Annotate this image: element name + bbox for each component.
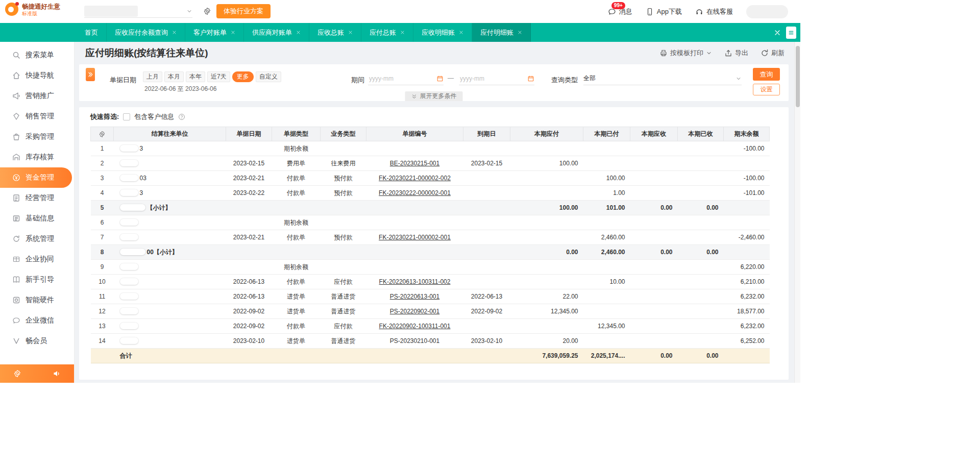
include-customer-label[interactable]: 包含客户信息 [134,112,174,121]
column-header-period-receivable[interactable]: 本期应收 [630,127,678,141]
app-download-button[interactable]: App下载 [646,7,682,16]
page-header: 应付明细账(按结算往来单位) 按模板打印 导出 刷新 [79,42,789,64]
member-icon [12,337,20,345]
sidebar-item-marketing[interactable]: 营销推广 [0,86,74,106]
range-button-3[interactable]: 近7天 [207,71,230,82]
sidebar-item-beginner-guide[interactable]: 新手引导 [0,269,74,290]
sidebar-item-smart-hardware[interactable]: 智能硬件 [0,290,74,310]
calendar-icon[interactable] [527,75,534,82]
column-header-biz-type[interactable]: 业务类型 [321,127,366,141]
column-header-doc-no[interactable]: 单据编号 [366,127,463,141]
row-number: 6 [91,215,114,230]
doc-type [272,245,321,260]
sidebar-item-member[interactable]: 畅会员 [0,331,74,351]
doc-no[interactable]: PS-20220613-001 [366,289,463,304]
tab-close-icon[interactable] [400,30,405,35]
tab-home[interactable]: 首页 [77,23,107,42]
vertical-scrollbar[interactable] [794,42,800,383]
column-settings-header[interactable] [91,127,114,141]
collapse-filters-button[interactable] [86,68,95,81]
tab-close-icon[interactable] [231,30,235,35]
sidebar-item-quick-nav[interactable]: 快捷导航 [0,65,74,86]
column-header-settlement-partner[interactable]: 结算往来单位 [114,127,226,141]
sidebar-item-base-info[interactable]: 基础信息 [0,208,74,229]
org-selector[interactable] [84,5,192,18]
due-date [463,230,510,245]
period-to-input[interactable] [459,75,525,83]
sidebar-item-operations[interactable]: 经营管理 [0,188,74,208]
doc-no[interactable]: PS-20220902-001 [366,304,463,319]
doc-type: 付款单 [272,230,321,245]
help-icon[interactable] [178,113,185,120]
gear-icon[interactable] [203,7,211,15]
tabbar-close-icon[interactable] [774,29,781,36]
period-from-field[interactable] [368,72,444,85]
range-button-2[interactable]: 本年 [186,71,205,82]
column-header-doc-date[interactable]: 单据日期 [226,127,272,141]
tab-ap-detail[interactable]: 应付明细账 [472,23,531,42]
tab-ap-general[interactable]: 应付总账 [361,23,413,42]
table-row: 432023-02-22付款单预付款FK-20230222-000002-001… [91,186,770,201]
column-header-doc-type[interactable]: 单据类型 [272,127,321,141]
range-more-button[interactable]: 更多 [232,71,254,82]
tab-ar-detail[interactable]: 应收明细账 [413,23,472,42]
tab-close-icon[interactable] [459,30,463,35]
period-to-field[interactable] [459,72,534,85]
range-button-1[interactable]: 本月 [164,71,184,82]
logo[interactable]: 畅捷通好生意 标准版 [5,3,60,17]
scrollbar-thumb[interactable] [796,46,800,107]
calendar-icon[interactable] [436,75,444,82]
include-customer-checkbox[interactable] [123,113,130,120]
column-header-ending-balance[interactable]: 期末余额 [724,127,770,141]
doc-no[interactable]: FK-20220613-100311-002 [366,275,463,289]
expand-more-button[interactable]: 展开更多条件 [405,91,463,101]
doc-no[interactable]: FK-20230222-000002-001 [366,186,463,201]
doc-no[interactable]: BE-20230215-001 [366,156,463,171]
refresh-button[interactable]: 刷新 [761,48,785,58]
sidebar-item-label: 智能硬件 [26,295,54,305]
tab-supplier-statement[interactable]: 供应商对账单 [244,23,309,42]
period-paid [583,156,630,171]
search-button[interactable]: 查询 [753,68,780,81]
doc-no[interactable]: FK-20230221-000002-002 [366,171,463,186]
sidebar-item-purchase[interactable]: 采购管理 [0,127,74,147]
ending-balance [724,156,770,171]
range-custom-button[interactable]: 自定义 [256,71,281,82]
tab-close-icon[interactable] [518,30,522,35]
doc-date: 2023-02-22 [226,186,272,201]
sidebar-item-wechat[interactable]: 企业微信 [0,310,74,331]
export-button[interactable]: 导出 [724,48,748,58]
column-header-due-date[interactable]: 到期日 [463,127,510,141]
table-row: 3032023-02-21付款单预付款FK-20230221-000002-00… [91,171,770,186]
period-paid [583,260,630,275]
sidebar-item-search-menu[interactable]: 搜索菜单 [0,45,74,65]
doc-no[interactable]: FK-20230221-000002-001 [366,230,463,245]
volume-icon[interactable] [53,370,61,378]
tab-ar-general[interactable]: 应收总账 [309,23,361,42]
trial-plan-button[interactable]: 体验行业方案 [216,4,271,18]
tab-list-button[interactable] [786,27,796,39]
doc-no[interactable]: FK-20220902-100311-001 [366,319,463,334]
sidebar-item-sales[interactable]: 销售管理 [0,106,74,127]
tab-customer-statement[interactable]: 客户对账单 [185,23,244,42]
print-by-template-button[interactable]: 按模板打印 [659,48,712,58]
range-button-0[interactable]: 上月 [143,71,162,82]
column-header-period-payable[interactable]: 本期应付 [510,127,583,141]
tab-close-icon[interactable] [348,30,353,35]
sidebar-item-collaboration[interactable]: 企业协同 [0,249,74,269]
messages-button[interactable]: 99+ 消息 [608,7,632,16]
column-header-period-received[interactable]: 本期已收 [678,127,724,141]
online-service-button[interactable]: 在线客服 [695,7,733,16]
sidebar-item-label: 系统管理 [26,234,54,243]
tab-close-icon[interactable] [296,30,301,35]
query-type-select[interactable]: 全部 [583,72,742,85]
sidebar-item-system[interactable]: 系统管理 [0,229,74,249]
tab-close-icon[interactable] [172,30,177,35]
tab-ar-ap-balance[interactable]: 应收应付余额查询 [107,23,185,42]
settings-gear-icon[interactable] [13,370,21,378]
period-from-input[interactable] [368,75,434,83]
settings-button[interactable]: 设置 [753,84,780,95]
sidebar-item-funds[interactable]: 资金管理 [0,167,72,188]
sidebar-item-inventory[interactable]: 库存核算 [0,147,74,167]
column-header-period-paid[interactable]: 本期已付 [583,127,630,141]
